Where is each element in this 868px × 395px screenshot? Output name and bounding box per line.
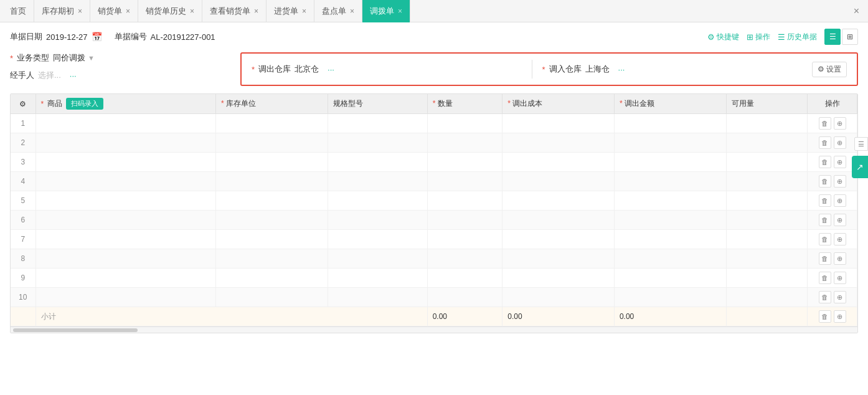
unit-cell-9[interactable]	[216, 269, 328, 288]
subtotal-copy-btn[interactable]: ⊕	[834, 310, 846, 323]
spec-cell-9[interactable]	[328, 269, 427, 288]
amount-cell-7[interactable]	[614, 230, 726, 249]
tab-home[interactable]: 首页	[2, 0, 34, 22]
product-cell-10[interactable]	[35, 288, 216, 307]
cost-cell-1[interactable]	[502, 114, 615, 133]
close-all-tabs[interactable]: ×	[847, 6, 866, 17]
cost-cell-8[interactable]	[502, 249, 615, 269]
quantity-cell-2[interactable]	[427, 133, 502, 153]
product-cell-8[interactable]	[35, 249, 216, 269]
quantity-cell-1[interactable]	[427, 114, 502, 133]
amount-cell-1[interactable]	[614, 114, 726, 133]
grid-view-btn[interactable]: ⊞	[842, 29, 858, 45]
unit-cell-10[interactable]	[216, 288, 328, 307]
calendar-icon[interactable]: 📅	[92, 32, 102, 42]
copy-btn-5[interactable]: ⊕	[834, 194, 846, 207]
spec-cell-1[interactable]	[328, 114, 427, 133]
copy-btn-4[interactable]: ⊕	[834, 175, 846, 188]
cost-cell-2[interactable]	[502, 133, 615, 153]
business-type-dropdown-icon[interactable]: ▼	[88, 54, 95, 62]
unit-cell-5[interactable]	[216, 191, 328, 211]
amount-cell-3[interactable]	[614, 153, 726, 172]
close-view-sales[interactable]: ×	[254, 7, 258, 16]
close-inventory-init[interactable]: ×	[78, 7, 82, 16]
unit-cell-4[interactable]	[216, 172, 328, 191]
unit-cell-8[interactable]	[216, 249, 328, 269]
handler-input[interactable]: 选择...	[38, 70, 61, 81]
tab-sales-order[interactable]: 销货单 ×	[90, 0, 138, 22]
tab-transfer[interactable]: 调拨单 ×	[362, 0, 410, 22]
copy-btn-3[interactable]: ⊕	[834, 156, 846, 168]
amount-cell-8[interactable]	[614, 249, 726, 269]
delete-btn-4[interactable]: 🗑	[819, 175, 831, 188]
tab-sales-history[interactable]: 销货单历史 ×	[138, 0, 202, 22]
copy-btn-10[interactable]: ⊕	[834, 291, 846, 303]
product-cell-1[interactable]	[35, 114, 216, 133]
unit-cell-3[interactable]	[216, 153, 328, 172]
setting-button[interactable]: ⚙ 设置	[812, 62, 847, 77]
delete-btn-8[interactable]: 🗑	[819, 252, 831, 265]
spec-cell-2[interactable]	[328, 133, 427, 153]
amount-cell-5[interactable]	[614, 191, 726, 211]
delete-btn-2[interactable]: 🗑	[819, 136, 831, 149]
tab-view-sales[interactable]: 查看销货单 ×	[202, 0, 267, 22]
cost-cell-3[interactable]	[502, 153, 615, 172]
shortcut-action[interactable]: ⚙ 快捷键	[707, 32, 739, 42]
side-list-btn[interactable]: ☰	[854, 137, 868, 151]
product-cell-9[interactable]	[35, 269, 216, 288]
unit-cell-2[interactable]	[216, 133, 328, 153]
cost-cell-6[interactable]	[502, 211, 615, 230]
close-sales-order[interactable]: ×	[126, 7, 130, 16]
tab-purchase[interactable]: 进货单 ×	[267, 0, 314, 22]
copy-btn-6[interactable]: ⊕	[834, 214, 846, 226]
gear-header[interactable]: ⚙	[11, 94, 35, 114]
product-cell-2[interactable]	[35, 133, 216, 153]
delete-btn-1[interactable]: 🗑	[819, 117, 831, 130]
spec-cell-10[interactable]	[328, 288, 427, 307]
quantity-cell-9[interactable]	[427, 269, 502, 288]
copy-btn-8[interactable]: ⊕	[834, 252, 846, 265]
quantity-cell-6[interactable]	[427, 211, 502, 230]
copy-btn-9[interactable]: ⊕	[834, 272, 846, 284]
delete-btn-9[interactable]: 🗑	[819, 272, 831, 284]
copy-btn-2[interactable]: ⊕	[834, 136, 846, 149]
subtotal-delete-btn[interactable]: 🗑	[819, 310, 831, 323]
close-inventory-check[interactable]: ×	[350, 7, 354, 16]
tab-inventory-check[interactable]: 盘点单 ×	[314, 0, 362, 22]
close-sales-history[interactable]: ×	[190, 7, 194, 16]
cost-cell-5[interactable]	[502, 191, 615, 211]
product-cell-6[interactable]	[35, 211, 216, 230]
unit-cell-1[interactable]	[216, 114, 328, 133]
delete-btn-6[interactable]: 🗑	[819, 214, 831, 226]
quantity-cell-10[interactable]	[427, 288, 502, 307]
amount-cell-9[interactable]	[614, 269, 726, 288]
spec-cell-8[interactable]	[328, 249, 427, 269]
quantity-cell-8[interactable]	[427, 249, 502, 269]
ops-action[interactable]: ⊞ 操作	[747, 32, 770, 42]
product-cell-7[interactable]	[35, 230, 216, 249]
spec-cell-6[interactable]	[328, 211, 427, 230]
cost-cell-4[interactable]	[502, 172, 615, 191]
cost-cell-10[interactable]	[502, 288, 615, 307]
delete-btn-10[interactable]: 🗑	[819, 291, 831, 303]
spec-cell-7[interactable]	[328, 230, 427, 249]
delete-btn-5[interactable]: 🗑	[819, 194, 831, 207]
unit-cell-7[interactable]	[216, 230, 328, 249]
unit-cell-6[interactable]	[216, 211, 328, 230]
history-action[interactable]: ☰ 历史单据	[778, 32, 817, 42]
amount-cell-2[interactable]	[614, 133, 726, 153]
quantity-cell-5[interactable]	[427, 191, 502, 211]
cost-cell-7[interactable]	[502, 230, 615, 249]
business-type-select[interactable]: 同价调拨 ▼	[53, 52, 234, 64]
product-cell-4[interactable]	[35, 172, 216, 191]
cost-cell-9[interactable]	[502, 269, 615, 288]
close-purchase[interactable]: ×	[302, 7, 306, 16]
side-expand-btn[interactable]: ↗	[852, 156, 868, 178]
quantity-cell-3[interactable]	[427, 153, 502, 172]
amount-cell-6[interactable]	[614, 211, 726, 230]
copy-btn-7[interactable]: ⊕	[834, 233, 846, 245]
product-cell-3[interactable]	[35, 153, 216, 172]
quantity-cell-4[interactable]	[427, 172, 502, 191]
list-view-btn[interactable]: ☰	[824, 29, 841, 45]
tab-inventory-init[interactable]: 库存期初 ×	[34, 0, 90, 22]
